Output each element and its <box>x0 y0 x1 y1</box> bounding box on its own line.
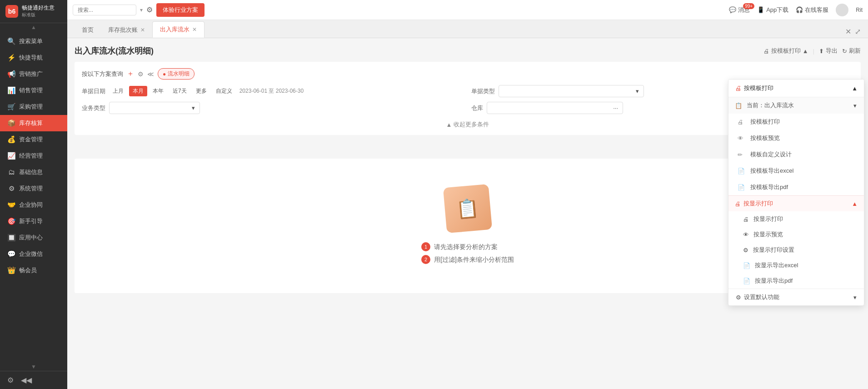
sidebar-item-label: 企业协同 <box>19 201 43 209</box>
settings-bottom-icon[interactable]: ⚙ <box>7 376 14 384</box>
dropdown-display-print[interactable]: 🖨 按显示打印 <box>728 211 864 227</box>
sidebar-item-quicknav[interactable]: ⚡ 快捷导航 <box>0 50 67 66</box>
refresh-button[interactable]: ↻ 刷新 <box>842 47 861 55</box>
print-header-icon: 🖨 <box>735 85 741 92</box>
sidebar-item-base-info[interactable]: 🗂 基础信息 <box>0 164 67 180</box>
topbar: ▾ ⚙ 体验行业方案 💬 消息 99+ 📱 App下载 🎧 在线客服 Rit <box>67 0 868 20</box>
date-btn-7days[interactable]: 近7天 <box>169 86 190 96</box>
collapse-more-btn[interactable]: ▲ 收起更多条件 <box>446 120 489 129</box>
app-logo: b6 畅捷通好生意 标准版 <box>0 0 67 23</box>
sidebar-item-guide[interactable]: 🎯 新手引导 <box>0 213 67 229</box>
biztype-filter-label: 业务类型 <box>82 104 105 112</box>
sidebar-item-purchase[interactable]: 🛒 采购管理 <box>0 99 67 115</box>
dropdown-item-label: 按模板导出pdf <box>750 183 788 191</box>
dropdown-template-design[interactable]: ✏ 模板自定义设计 <box>728 146 864 163</box>
display-print-icon: 🖨 <box>743 216 749 223</box>
doctype-select-chevron: ▾ <box>636 88 639 95</box>
footer-settings-icon: ⚙ <box>736 294 741 301</box>
filter-setting-button[interactable]: ⚙ <box>138 70 144 78</box>
template-print-button[interactable]: 🖨 按模板打印 ▲ <box>763 47 808 55</box>
dropdown-footer[interactable]: ⚙ 设置默认功能 ▾ <box>728 289 864 305</box>
tab-home[interactable]: 首页 <box>75 22 101 38</box>
date-btn-lastmonth[interactable]: 上月 <box>109 86 127 96</box>
filter-collapse-button[interactable]: ≪ <box>147 70 154 78</box>
app-download-btn[interactable]: 📱 App下载 <box>757 6 788 14</box>
dropdown-template-excel[interactable]: 📄 按模板导出excel <box>728 163 864 179</box>
search-input[interactable] <box>73 5 136 15</box>
sidebar-item-finance[interactable]: 💰 资金管理 <box>0 131 67 148</box>
sidebar-item-system[interactable]: ⚙ 系统管理 <box>0 180 67 197</box>
sidebar-item-collab[interactable]: 🤝 企业协同 <box>0 197 67 213</box>
message-btn[interactable]: 💬 消息 99+ <box>729 6 750 14</box>
industry-solution-button[interactable]: 体验行业方案 <box>156 3 205 17</box>
filter-tag-icon: ● <box>163 71 166 77</box>
sidebar-item-appcenter[interactable]: 🔲 应用中心 <box>0 229 67 246</box>
date-btn-custom[interactable]: 自定义 <box>212 86 236 96</box>
online-service-btn[interactable]: 🎧 在线客服 <box>796 6 828 14</box>
sidebar-item-member[interactable]: 👑 畅会员 <box>0 262 67 279</box>
divider: | <box>813 48 814 55</box>
topbar-gear-icon[interactable]: ⚙ <box>146 5 153 14</box>
sidebar-item-operations[interactable]: 📈 经营管理 <box>0 148 67 164</box>
tab-batch-account[interactable]: 库存批次账 ✕ <box>101 22 152 38</box>
tab-stock-flow-close[interactable]: ✕ <box>192 26 197 33</box>
filter-tag-label: 流水明细 <box>168 70 190 78</box>
sidebar: b6 畅捷通好生意 标准版 ▲ 🔍 搜索菜单 ⚡ 快捷导航 📢 营销推广 📊 销… <box>0 0 67 389</box>
sidebar-item-label: 快捷导航 <box>19 54 43 62</box>
date-btn-more[interactable]: 更多 <box>192 86 210 96</box>
active-filter-tag[interactable]: ● 流水明细 <box>158 68 195 80</box>
doctype-filter-label: 单据类型 <box>471 87 495 95</box>
sidebar-item-label: 畅会员 <box>19 266 37 274</box>
export-button[interactable]: ⬆ 导出 <box>819 47 838 55</box>
search-chevron-icon[interactable]: ▾ <box>140 7 143 13</box>
sidebar-item-inventory[interactable]: 📦 库存核算 <box>0 115 67 131</box>
dropdown-display-pdf[interactable]: 📄 按显示导出pdf <box>728 273 864 289</box>
wechat-icon: 💬 <box>7 250 15 258</box>
sidebar-item-search[interactable]: 🔍 搜索菜单 <box>0 33 67 50</box>
empty-step-2: 2 用[过滤]条件来缩小分析范围 <box>421 253 514 266</box>
biztype-select[interactable]: ▾ <box>109 102 200 114</box>
dropdown-display-section-header[interactable]: 🖨 按显示打印 ▲ <box>728 195 864 211</box>
dropdown-display-preview[interactable]: 👁 按显示预览 <box>728 227 864 242</box>
window-maximize-icon[interactable]: ⤢ <box>855 27 861 36</box>
dropdown-template-pdf[interactable]: 📄 按模板导出pdf <box>728 179 864 195</box>
date-btn-thismonth[interactable]: 本月 <box>129 86 147 96</box>
sidebar-item-marketing[interactable]: 📢 营销推广 <box>0 66 67 82</box>
collapse-sidebar-icon[interactable]: ◀◀ <box>21 376 32 384</box>
sidebar-item-label: 企业微信 <box>19 250 43 258</box>
base-info-icon: 🗂 <box>7 168 15 176</box>
sidebar-item-label: 经营管理 <box>19 152 43 160</box>
user-avatar[interactable] <box>836 4 848 16</box>
message-count: 99+ <box>743 3 754 9</box>
step-1-num: 1 <box>421 242 430 251</box>
warehouse-select[interactable]: ··· <box>487 102 623 114</box>
dropdown-sub-label: 按显示打印设置 <box>753 246 794 254</box>
appcenter-icon: 🔲 <box>7 234 15 242</box>
tab-stock-flow-label: 出入库流水 <box>160 25 190 34</box>
tab-stock-flow[interactable]: 出入库流水 ✕ <box>152 21 205 38</box>
template-print-icon: 🖨 <box>738 119 746 125</box>
sidebar-item-wechat[interactable]: 💬 企业微信 <box>0 246 67 262</box>
tab-batch-account-close[interactable]: ✕ <box>140 27 145 33</box>
sidebar-item-label: 采购管理 <box>19 103 43 111</box>
dropdown-display-print-settings[interactable]: ⚙ 按显示打印设置 <box>728 242 864 258</box>
date-btn-thisyear[interactable]: 本年 <box>149 86 167 96</box>
filter-add-button[interactable]: ＋ <box>127 69 134 79</box>
page-header: 出入库流水(流水明细) 🖨 按模板打印 ▲ | ⬆ 导出 ↻ 刷新 <box>75 45 861 56</box>
sidebar-item-label: 基础信息 <box>19 168 43 176</box>
sidebar-item-sales[interactable]: 📊 销售管理 <box>0 82 67 99</box>
dropdown-display-excel[interactable]: 📄 按显示导出excel <box>728 258 864 273</box>
finance-icon: 💰 <box>7 135 15 144</box>
dropdown-template-print[interactable]: 🖨 按模板打印 <box>728 114 864 130</box>
tab-batch-account-label: 库存批次账 <box>108 26 138 34</box>
guide-icon: 🎯 <box>7 217 15 225</box>
doctype-select[interactable]: ▾ <box>499 85 644 97</box>
step-2-num: 2 <box>421 255 430 264</box>
dropdown-item-label: 按模板导出excel <box>750 167 793 175</box>
display-section-chevron: ▲ <box>852 200 858 207</box>
window-minimize-icon[interactable]: ✕ <box>845 27 851 36</box>
dropdown-sub-label: 按显示预览 <box>753 230 783 239</box>
display-excel-icon: 📄 <box>743 262 750 269</box>
dropdown-current-label: 当前：出入库流水 <box>747 101 794 110</box>
dropdown-template-preview[interactable]: 👁 按模板预览 <box>728 130 864 146</box>
